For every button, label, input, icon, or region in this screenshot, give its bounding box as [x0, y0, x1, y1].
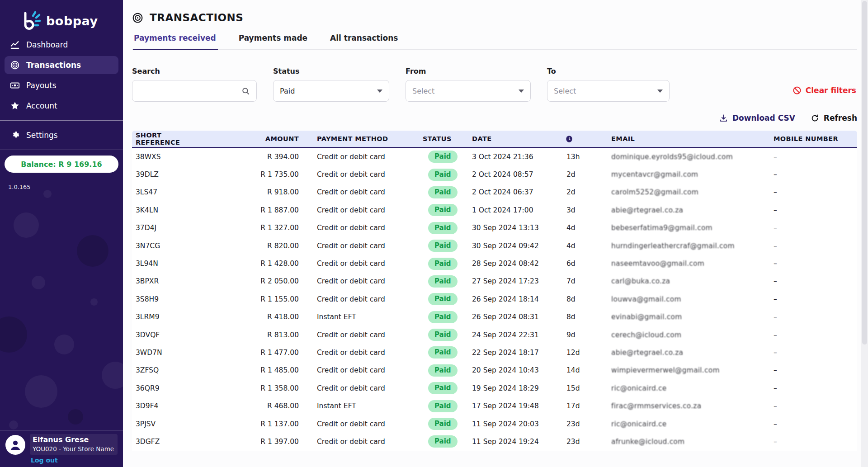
table-row[interactable]: 3LS47 R 918.00 Credit or debit card Paid… [132, 184, 857, 201]
chevron-down-icon [377, 90, 382, 93]
chevron-down-icon [519, 90, 524, 93]
tab-all-transactions[interactable]: All transactions [329, 33, 400, 49]
cell-short-reference: 3N7CG [132, 242, 208, 250]
sidebar-item-label: Transactions [26, 61, 81, 70]
sidebar-item-transactions[interactable]: Transactions [5, 56, 118, 74]
bullseye-icon [10, 60, 20, 70]
search-icon [241, 87, 250, 95]
col-date: DATE [472, 135, 564, 142]
table-row[interactable]: 37D4J R 1 327.00 Credit or debit card Pa… [132, 219, 857, 237]
sidebar-item-dashboard[interactable]: Dashboard [5, 36, 118, 54]
sidebar-item-payouts[interactable]: Payouts [5, 76, 118, 94]
cell-mobile-number: – [773, 349, 857, 357]
col-payment-method: PAYMENT METHOD [299, 135, 423, 142]
balance-badge: Balance: R 9 169.16 [5, 156, 118, 173]
table-row[interactable]: 3LRM9 R 418.00 Instant EFT Paid 26 Sep 2… [132, 308, 857, 326]
cell-mobile-number: – [773, 402, 857, 410]
status-badge: Paid [428, 169, 458, 181]
sidebar-divider [0, 150, 123, 150]
cell-email: carl@buka.co.za [611, 277, 773, 285]
cell-email: mycentavcr@gmail.com [611, 170, 773, 179]
cell-payment-method: Credit or debit card [299, 384, 423, 392]
cell-email: abie@rtegrael.co.za [611, 349, 773, 357]
table-row[interactable]: 3DVQF R 813.00 Credit or debit card Paid… [132, 326, 857, 344]
tab-payments-received[interactable]: Payments received [133, 33, 218, 50]
cell-email: dominique.eyrolds95@icloud.com [611, 153, 773, 161]
logout-link[interactable]: Log out [31, 457, 58, 464]
cell-age: 4d [564, 224, 611, 232]
cell-amount: R 2 050.00 [208, 277, 299, 285]
cell-payment-method: Credit or debit card [299, 295, 423, 303]
download-csv-label: Download CSV [732, 113, 795, 123]
table-row[interactable]: 3L94N R 1 428.00 Credit or debit card Pa… [132, 255, 857, 272]
cell-age: 7d [564, 277, 611, 285]
table-row[interactable]: 36QR9 R 1 358.00 Credit or debit card Pa… [132, 379, 857, 397]
col-status: STATUS [423, 135, 472, 142]
scrollbar-thumb[interactable] [862, 1, 867, 344]
sidebar-item-settings[interactable]: Settings [5, 126, 118, 144]
cell-payment-method: Credit or debit card [299, 438, 423, 446]
table-row[interactable]: 3K4LN R 1 887.00 Credit or debit card Pa… [132, 201, 857, 219]
block-icon [793, 86, 802, 95]
table-row[interactable]: 38WXS R 394.00 Credit or debit card Paid… [132, 148, 857, 165]
cell-amount: R 1 137.00 [208, 420, 299, 428]
refresh-button[interactable]: Refresh [811, 113, 857, 123]
scrollbar[interactable] [861, 0, 868, 467]
cell-amount: R 1 887.00 [208, 206, 299, 214]
cell-date: 11 Sep 2024 20:03 [472, 420, 564, 428]
cell-date: 26 Sep 2024 18:14 [472, 295, 564, 303]
table-row[interactable]: 3D9F4 R 468.00 Instant EFT Paid 17 Sep 2… [132, 397, 857, 415]
cell-status: Paid [423, 418, 472, 430]
status-badge: Paid [428, 400, 458, 412]
cell-status: Paid [423, 169, 472, 181]
cell-mobile-number: – [773, 206, 857, 214]
cell-age: 2d [564, 188, 611, 196]
cell-mobile-number: – [773, 295, 857, 303]
user-block: Elfanus Grese YOU020 - Your Store Name L… [0, 430, 123, 467]
cell-email: evinabi@gmail.com [611, 313, 773, 321]
table-row[interactable]: 3S8H9 R 1 155.00 Credit or debit card Pa… [132, 290, 857, 308]
table-row[interactable]: 3DGFZ R 1 397.00 Credit or debit card Pa… [132, 433, 857, 450]
cell-date: 24 Sep 2024 22:31 [472, 331, 564, 339]
cell-date: 2 Oct 2024 08:57 [472, 170, 564, 179]
logo-text: bobpay [46, 14, 98, 28]
status-select-value: Paid [280, 87, 373, 95]
cell-payment-method: Credit or debit card [299, 153, 423, 161]
cell-status: Paid [423, 382, 472, 394]
cell-email: louwva@gmail.com [611, 295, 773, 303]
cell-amount: R 1 397.00 [208, 438, 299, 446]
col-short-reference: SHORT REFERENCE [132, 132, 208, 146]
cell-payment-method: Credit or debit card [299, 366, 423, 374]
clear-filters-button[interactable]: Clear filters [793, 86, 856, 95]
cell-date: 27 Sep 2024 17:23 [472, 277, 564, 285]
table-row[interactable]: 39DLZ R 1 735.00 Credit or debit card Pa… [132, 165, 857, 183]
cell-status: Paid [423, 400, 472, 412]
cell-mobile-number: – [773, 366, 857, 374]
to-select[interactable]: Select [547, 80, 670, 102]
table-row[interactable]: 3WD7N R 1 477.00 Credit or debit card Pa… [132, 344, 857, 361]
cell-amount: R 418.00 [208, 313, 299, 321]
download-csv-button[interactable]: Download CSV [719, 113, 795, 123]
status-badge: Paid [428, 258, 458, 270]
cell-status: Paid [423, 204, 472, 216]
cell-payment-method: Instant EFT [299, 313, 423, 321]
sidebar-item-label: Account [26, 101, 57, 110]
cell-mobile-number: – [773, 331, 857, 339]
to-select-placeholder: Select [554, 87, 654, 95]
cell-email: carolm5252@gmail.com [611, 188, 773, 196]
col-age [564, 135, 611, 143]
user-store: YOU020 - Your Store Name [33, 445, 114, 453]
sidebar-item-account[interactable]: Account [5, 97, 118, 115]
cell-amount: R 468.00 [208, 402, 299, 410]
from-select[interactable]: Select [406, 80, 531, 102]
search-input[interactable] [139, 87, 241, 95]
transactions-table: SHORT REFERENCE AMOUNT PAYMENT METHOD ST… [132, 131, 857, 451]
table-row[interactable]: 3ZFSQ R 1 485.00 Credit or debit card Pa… [132, 362, 857, 379]
tab-payments-made[interactable]: Payments made [238, 33, 309, 49]
table-row[interactable]: 3BPXR R 2 050.00 Credit or debit card Pa… [132, 273, 857, 290]
table-row[interactable]: 3N7CG R 820.00 Credit or debit card Paid… [132, 237, 857, 255]
cell-payment-method: Credit or debit card [299, 170, 423, 179]
cell-amount: R 813.00 [208, 331, 299, 339]
status-select[interactable]: Paid [273, 80, 389, 102]
table-row[interactable]: 3PJSV R 1 137.00 Credit or debit card Pa… [132, 415, 857, 433]
